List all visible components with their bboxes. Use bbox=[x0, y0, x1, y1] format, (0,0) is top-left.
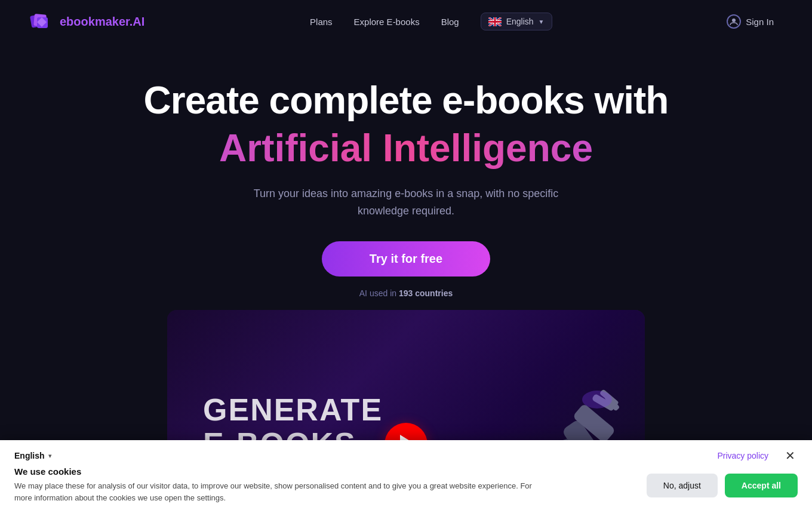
hero-subtitle: Turn your ideas into amazing e-books in … bbox=[233, 185, 579, 220]
language-selector[interactable]: English ▼ bbox=[481, 13, 552, 30]
hero-title-white: Create complete e-books with bbox=[29, 79, 783, 123]
user-icon bbox=[727, 14, 741, 29]
logo-icon bbox=[29, 9, 54, 34]
cookie-no-adjust-button[interactable]: No, adjust bbox=[647, 474, 718, 497]
chevron-down-icon: ▼ bbox=[539, 19, 545, 25]
navbar: ebookmaker.AI Plans Explore E-books Blog… bbox=[0, 0, 812, 43]
nav-plans[interactable]: Plans bbox=[310, 17, 333, 27]
flag-icon bbox=[488, 17, 502, 26]
cookie-top-right: Privacy policy ✕ bbox=[717, 450, 798, 462]
cookie-top-row: English ▾ Privacy policy ✕ bbox=[14, 450, 798, 462]
cookie-bottom-row: We use cookies We may place these for an… bbox=[14, 466, 798, 503]
cookie-language-selector[interactable]: English ▾ bbox=[14, 451, 52, 460]
language-label: English bbox=[506, 17, 534, 26]
nav-center: Plans Explore E-books Blog English ▼ bbox=[310, 13, 552, 30]
cookie-body-text: We may place these for analysis of our v… bbox=[14, 480, 552, 503]
logo[interactable]: ebookmaker.AI bbox=[29, 9, 144, 34]
logo-text: ebookmaker.AI bbox=[60, 15, 144, 29]
countries-prefix: AI used in bbox=[359, 288, 399, 298]
nav-explore[interactable]: Explore E-books bbox=[354, 17, 420, 27]
nav-blog[interactable]: Blog bbox=[441, 17, 459, 27]
cookie-title: We use cookies bbox=[14, 466, 647, 477]
nav-right: Sign In bbox=[717, 10, 783, 33]
cookie-actions: No, adjust Accept all bbox=[647, 474, 798, 497]
cookie-close-button[interactable]: ✕ bbox=[783, 450, 798, 462]
cookie-language-label: English bbox=[14, 451, 45, 460]
svg-point-5 bbox=[732, 19, 736, 22]
sign-in-button[interactable]: Sign In bbox=[717, 10, 783, 33]
countries-value: 193 countries bbox=[399, 288, 453, 298]
sign-in-label: Sign In bbox=[746, 17, 774, 27]
cookie-banner: English ▾ Privacy policy ✕ We use cookie… bbox=[0, 440, 812, 513]
cookie-chevron-icon: ▾ bbox=[48, 452, 52, 460]
try-free-button[interactable]: Try it for free bbox=[322, 241, 490, 277]
hero-title-gradient: Artificial Intelligence bbox=[29, 125, 783, 171]
cookie-content: We use cookies We may place these for an… bbox=[14, 466, 647, 503]
countries-text: AI used in 193 countries bbox=[29, 288, 783, 298]
cookie-accept-button[interactable]: Accept all bbox=[725, 474, 798, 497]
privacy-policy-link[interactable]: Privacy policy bbox=[717, 451, 768, 460]
